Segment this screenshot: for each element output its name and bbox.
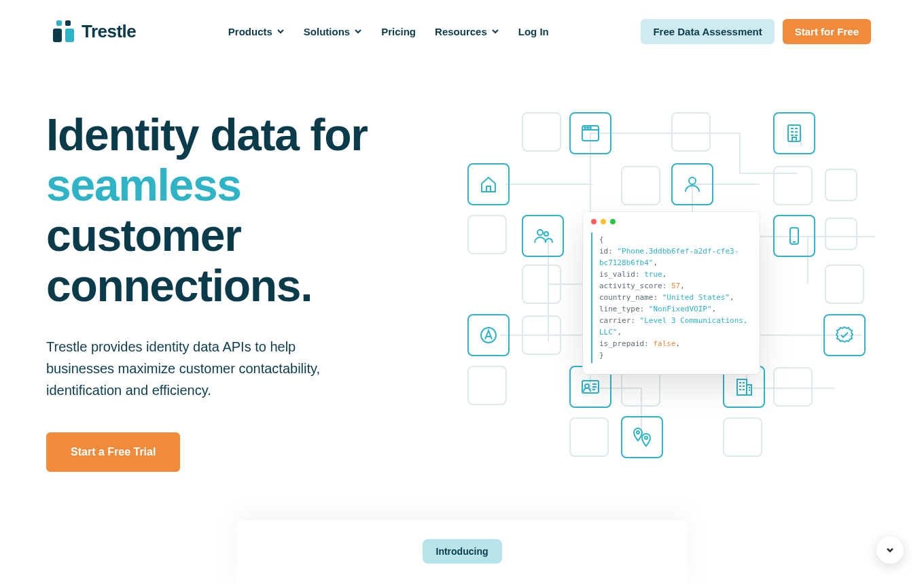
headline-part: Identity data for (46, 109, 368, 160)
grid-tile-blank (522, 112, 561, 152)
svg-point-4 (590, 127, 591, 128)
code-content: { id: "Phone.3ddbb6fef-a2df-cfe3-bc7128b… (591, 233, 751, 363)
svg-point-35 (637, 431, 639, 434)
letter-a-icon (478, 325, 499, 345)
window-controls (583, 219, 760, 228)
grid-tile-blank (671, 112, 711, 152)
minimize-dot-icon (601, 219, 606, 224)
nav-login[interactable]: Log In (518, 26, 549, 37)
zoom-dot-icon (610, 219, 616, 224)
nav-label: Products (228, 26, 272, 37)
start-free-trial-button[interactable]: Start a Free Trial (46, 432, 180, 472)
grid-tile-blank (773, 166, 813, 205)
brand-logo[interactable]: Trestle (53, 20, 136, 42)
chevron-down-icon (491, 27, 499, 35)
check-badge-icon (834, 325, 855, 345)
grid-tile-blank (467, 366, 507, 405)
tile-browser (569, 112, 611, 154)
nav-resources[interactable]: Resources (435, 26, 499, 37)
connector-line (739, 133, 741, 173)
nav-label: Solutions (304, 26, 350, 37)
nav-cta-group: Free Data Assessment Start for Free (641, 19, 871, 44)
free-data-assessment-button[interactable]: Free Data Assessment (641, 19, 774, 44)
grid-tile-blank (773, 367, 813, 407)
brand-mark-icon (53, 20, 75, 42)
headline-part: customer connections. (46, 210, 312, 311)
svg-point-16 (544, 232, 548, 236)
hero-section: Identity data for seamless customer conn… (0, 49, 924, 472)
chevron-down-icon (277, 27, 285, 35)
code-window: { id: "Phone.3ddbb6fef-a2df-cfe3-bc7128b… (583, 212, 760, 374)
id-card-icon (580, 377, 601, 397)
browser-icon (580, 123, 601, 143)
tile-people (522, 215, 564, 257)
tile-map-pin (621, 416, 663, 458)
office-icon (734, 377, 754, 397)
nav-label: Resources (435, 26, 487, 37)
header: Trestle Products Solutions Pricing Resou… (0, 0, 924, 49)
connector-line (505, 184, 592, 185)
tile-person (671, 163, 713, 205)
svg-rect-25 (737, 379, 747, 395)
nav-label: Log In (518, 26, 549, 37)
grid-tile-blank (825, 218, 857, 250)
headline-accent: seamless (46, 160, 241, 210)
tile-check-badge (823, 314, 866, 356)
brand-name: Trestle (82, 21, 136, 42)
map-pin-icon (630, 426, 654, 449)
building-icon (784, 123, 804, 143)
svg-point-2 (584, 127, 586, 128)
scroll-down-button[interactable] (876, 536, 904, 564)
svg-point-36 (645, 436, 647, 439)
grid-tile-blank (522, 264, 561, 304)
grid-tile-blank (621, 166, 660, 205)
nav-products[interactable]: Products (228, 26, 285, 37)
hero-copy: Identity data for seamless customer conn… (46, 110, 454, 472)
svg-point-14 (689, 177, 696, 184)
nav-pricing[interactable]: Pricing (381, 26, 416, 37)
hero-headline: Identity data for seamless customer conn… (46, 110, 440, 311)
svg-rect-13 (486, 186, 491, 192)
hero-illustration: { id: "Phone.3ddbb6fef-a2df-cfe3-bc7128b… (454, 110, 924, 464)
grid-tile-blank (825, 169, 857, 201)
tile-home (467, 163, 510, 205)
svg-point-3 (587, 127, 588, 128)
svg-point-15 (537, 230, 543, 235)
grid-tile-blank (723, 417, 762, 457)
grid-tile-blank (569, 417, 609, 457)
phone-icon (784, 226, 804, 246)
tile-building (773, 112, 815, 154)
primary-nav: Products Solutions Pricing Resources Log… (228, 26, 549, 37)
connector-line (590, 133, 739, 134)
intro-pill: Introducing (423, 539, 502, 564)
hero-subtext: Trestle provides identity data APIs to h… (46, 336, 359, 401)
start-for-free-button[interactable]: Start for Free (783, 19, 871, 44)
nav-solutions[interactable]: Solutions (304, 26, 362, 37)
nav-label: Pricing (381, 26, 416, 37)
tile-letter-a (467, 314, 510, 356)
chevron-down-icon (354, 27, 362, 35)
grid-tile-blank (522, 315, 561, 355)
grid-tile-blank (467, 215, 507, 254)
grid-tile-blank (825, 264, 864, 304)
person-icon (682, 174, 703, 194)
people-icon (533, 226, 553, 246)
tile-phone (773, 215, 815, 257)
chevron-down-icon (885, 545, 895, 555)
svg-rect-5 (788, 125, 800, 141)
intro-card: Introducing (236, 520, 688, 584)
close-dot-icon (591, 219, 597, 224)
home-icon (478, 174, 499, 194)
svg-rect-12 (792, 137, 796, 141)
